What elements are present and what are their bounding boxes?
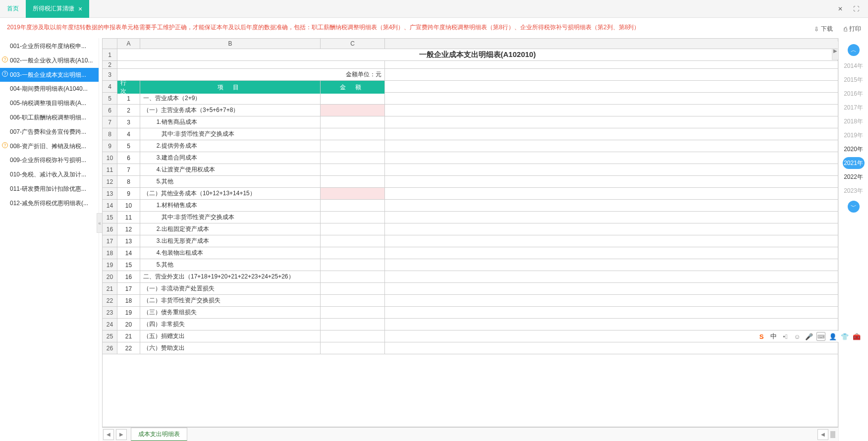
- close-icon[interactable]: ×: [78, 5, 82, 13]
- cell-item[interactable]: 3.建造合同成本: [140, 152, 321, 164]
- cell-rownum[interactable]: 15: [117, 259, 140, 271]
- cell-amount[interactable]: [321, 93, 385, 104]
- cell-rownum[interactable]: 14: [117, 247, 140, 259]
- cell-amount[interactable]: [321, 319, 385, 330]
- cell-rownum[interactable]: 10: [117, 200, 140, 211]
- cell-item[interactable]: 1.材料销售成本: [140, 200, 321, 211]
- cell-amount[interactable]: [321, 200, 385, 211]
- cell-rownum[interactable]: 4: [117, 128, 140, 140]
- sidebar-item[interactable]: 005-纳税调整项目明细表(A...: [0, 96, 99, 110]
- cell-rownum[interactable]: 18: [117, 295, 140, 306]
- sidebar-item[interactable]: 010-免税、减计收入及加计...: [0, 167, 99, 182]
- grid-corner[interactable]: [103, 39, 117, 49]
- cell-amount[interactable]: [321, 295, 385, 306]
- sidebar-item[interactable]: 011-研发费用加计扣除优惠...: [0, 182, 99, 196]
- ime-user-icon[interactable]: 👤: [828, 332, 837, 341]
- row-header[interactable]: 2: [103, 61, 117, 68]
- row-header[interactable]: 9: [103, 140, 117, 152]
- sidebar-item[interactable]: 001-企业所得税年度纳税申...: [0, 39, 99, 54]
- ime-lang[interactable]: 中: [769, 332, 778, 341]
- col-header-b[interactable]: B: [140, 39, 321, 49]
- scroll-left-icon[interactable]: ◀: [817, 429, 828, 440]
- cell-amount[interactable]: [321, 140, 385, 152]
- row-header[interactable]: 26: [103, 342, 117, 354]
- sidebar-item[interactable]: 007-广告费和业务宣传费跨...: [0, 125, 99, 139]
- cell-amount[interactable]: [321, 223, 385, 235]
- sidebar-item[interactable]: ?002-一般企业收入明细表(A10...: [0, 54, 99, 68]
- sidebar-item[interactable]: 006-职工薪酬纳税调整明细...: [0, 110, 99, 125]
- col-header-c[interactable]: C: [321, 39, 385, 49]
- cell-rownum[interactable]: 19: [117, 307, 140, 318]
- cell-item[interactable]: 其中:非货币性资产交换成本: [140, 212, 321, 223]
- cell-amount[interactable]: [321, 128, 385, 140]
- row-header[interactable]: 15: [103, 212, 117, 223]
- fullscreen-icon[interactable]: ⛶: [851, 4, 861, 14]
- year-pill[interactable]: 2020年: [843, 143, 865, 155]
- sheet-nav-first-icon[interactable]: ◀: [103, 429, 114, 440]
- sidebar-item[interactable]: 009-企业所得税弥补亏损明...: [0, 153, 99, 167]
- cell-item[interactable]: 其中:非货币性资产交换成本: [140, 128, 321, 140]
- cell-amount[interactable]: [321, 116, 385, 128]
- close-icon[interactable]: ✕: [835, 4, 845, 14]
- ime-voice-icon[interactable]: 🎤: [805, 332, 814, 341]
- sidebar-item[interactable]: ?003-一般企业成本支出明细...: [0, 68, 99, 82]
- year-pill[interactable]: 2022年: [843, 171, 865, 183]
- cell-item[interactable]: 4.让渡资产使用权成本: [140, 164, 321, 175]
- cell-rownum[interactable]: 5: [117, 140, 140, 152]
- cell-rownum[interactable]: 3: [117, 116, 140, 128]
- cell-item[interactable]: 3.出租无形资产成本: [140, 235, 321, 247]
- cell-rownum[interactable]: 20: [117, 319, 140, 330]
- cell-rownum[interactable]: 1: [117, 93, 140, 104]
- row-header[interactable]: 25: [103, 331, 117, 342]
- ime-skin-icon[interactable]: 👕: [840, 332, 849, 341]
- cell-rownum[interactable]: 9: [117, 188, 140, 199]
- cell-amount[interactable]: [321, 188, 385, 199]
- cell-rownum[interactable]: 12: [117, 223, 140, 235]
- cell-amount[interactable]: [321, 212, 385, 223]
- tab-active[interactable]: 所得税汇算清缴 ×: [26, 0, 89, 18]
- row-header[interactable]: 21: [103, 283, 117, 294]
- tab-home[interactable]: 首页: [0, 0, 26, 18]
- row-header[interactable]: 12: [103, 176, 117, 187]
- cell-amount[interactable]: [321, 152, 385, 164]
- cell-amount[interactable]: [321, 271, 385, 282]
- ime-emoji-icon[interactable]: ☺: [793, 332, 802, 341]
- cell-item[interactable]: 4.包装物出租成本: [140, 247, 321, 259]
- row-header[interactable]: 20: [103, 271, 117, 282]
- row-header[interactable]: 10: [103, 152, 117, 164]
- year-pill[interactable]: 2021年: [843, 157, 865, 169]
- sheet-tab[interactable]: 成本支出明细表: [131, 428, 187, 441]
- sidebar-item[interactable]: 004-期间费用明细表(A1040...: [0, 82, 99, 96]
- ime-keyboard-icon[interactable]: ⌨: [816, 332, 825, 341]
- row-header[interactable]: 1: [103, 49, 117, 60]
- row-header[interactable]: 6: [103, 105, 117, 116]
- ime-punct-icon[interactable]: •ͮ: [781, 332, 790, 341]
- row-header[interactable]: 23: [103, 307, 117, 318]
- cell-item[interactable]: （四）非常损失: [140, 319, 321, 330]
- cell-item[interactable]: （三）债务重组损失: [140, 307, 321, 318]
- cell-rownum[interactable]: 2: [117, 105, 140, 116]
- row-header[interactable]: 14: [103, 200, 117, 211]
- row-header[interactable]: 24: [103, 319, 117, 330]
- spreadsheet-grid[interactable]: A B C 1 一般企业成本支出明细表(A102010) 2 3 金: [102, 38, 838, 427]
- cell-item[interactable]: 2.出租固定资产成本: [140, 223, 321, 235]
- cell-item[interactable]: （一）非流动资产处置损失: [140, 283, 321, 294]
- cell-rownum[interactable]: 11: [117, 212, 140, 223]
- sheet-nav-prev-icon[interactable]: ▶: [116, 429, 127, 440]
- cell-item[interactable]: （五）捐赠支出: [140, 331, 321, 342]
- cell-item[interactable]: 一、营业成本（2+9）: [140, 93, 321, 104]
- row-header[interactable]: 11: [103, 164, 117, 175]
- cell-rownum[interactable]: 8: [117, 176, 140, 187]
- sogou-icon[interactable]: S: [757, 332, 766, 341]
- cell-rownum[interactable]: 21: [117, 331, 140, 342]
- cell-amount[interactable]: [321, 164, 385, 175]
- cell-rownum[interactable]: 17: [117, 283, 140, 294]
- cell-rownum[interactable]: 6: [117, 152, 140, 164]
- cell-amount[interactable]: [321, 176, 385, 187]
- row-header[interactable]: 17: [103, 235, 117, 247]
- cell-item[interactable]: 5.其他: [140, 176, 321, 187]
- hscroll-indicator[interactable]: ◀: [816, 429, 838, 440]
- row-header[interactable]: 16: [103, 223, 117, 235]
- col-header-a[interactable]: A: [117, 39, 140, 49]
- cell-amount[interactable]: [321, 342, 385, 354]
